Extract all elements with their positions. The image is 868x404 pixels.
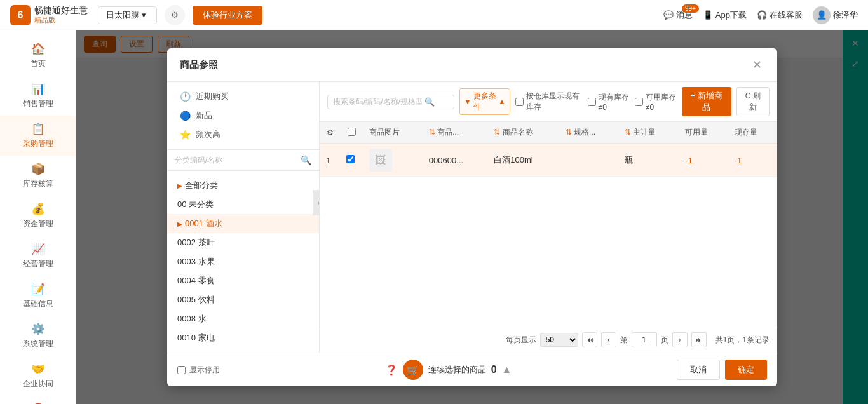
available-stock-filter[interactable]: 现有库存≠0 bbox=[588, 92, 630, 112]
user-menu[interactable]: 👤 徐泽华 bbox=[813, 6, 858, 24]
add-product-button[interactable]: + 新增商品 bbox=[682, 87, 731, 116]
page-label: 第 bbox=[620, 335, 628, 346]
main-layout: 🏠 首页 📊 销售管理 📋 采购管理 📦 库存核算 💰 资金管理 📈 经营管理 … bbox=[0, 30, 868, 404]
page-input[interactable] bbox=[632, 332, 657, 347]
collapse-panel-button[interactable]: ‹ bbox=[313, 190, 320, 215]
logo-text: 畅捷通好生意 精品版 bbox=[34, 5, 88, 25]
sidebar-item-purchase[interactable]: 📋 采购管理 bbox=[0, 116, 76, 156]
headset-icon: 🎧 bbox=[757, 10, 767, 20]
modal-container: 商品参照 ✕ 🕐 近期购买 🔵 bbox=[76, 30, 868, 404]
cart-label: 连续选择的商品 bbox=[428, 364, 486, 375]
usable-stock-filter[interactable]: 可用库存≠0 bbox=[635, 92, 677, 112]
category-0010[interactable]: 0010 家电 bbox=[167, 328, 319, 347]
modal-close-button[interactable]: ✕ bbox=[749, 57, 764, 72]
category-0008[interactable]: 0008 水 bbox=[167, 309, 319, 328]
sidebar: 🏠 首页 📊 销售管理 📋 采购管理 📦 库存核算 💰 资金管理 📈 经营管理 … bbox=[0, 30, 76, 404]
modal-right-panel: 🔍 ▼ 更多条件 ▲ 按仓库显示现有库存 bbox=[320, 82, 777, 353]
sidebar-item-operations[interactable]: 📈 经营管理 bbox=[0, 236, 76, 276]
row-checkbox[interactable] bbox=[346, 155, 355, 163]
category-0004[interactable]: 0004 零食 bbox=[167, 271, 319, 290]
basic-info-icon: 📝 bbox=[31, 282, 45, 296]
cart-button[interactable]: 🛒 bbox=[403, 360, 423, 380]
sidebar-item-sales[interactable]: 📊 销售管理 bbox=[0, 76, 76, 116]
category-all[interactable]: ▶ 全部分类 bbox=[167, 176, 319, 195]
category-00[interactable]: 00 未分类 bbox=[167, 195, 319, 214]
refresh-button[interactable]: C 刷新 bbox=[736, 87, 770, 116]
try-industry-button[interactable]: 体验行业方案 bbox=[193, 6, 262, 25]
mobile-icon: 📱 bbox=[703, 10, 713, 20]
sidebar-label-basic-info: 基础信息 bbox=[23, 299, 53, 309]
logo-icon: 6 bbox=[10, 5, 31, 25]
system-icon: ⚙️ bbox=[31, 322, 45, 336]
product-table: ⚙ 商品图片 ⇅ bbox=[320, 122, 777, 327]
sidebar-item-enterprise[interactable]: 🤝 企业协同 bbox=[0, 356, 76, 396]
category-search: 🔍 bbox=[167, 150, 319, 171]
category-0001[interactable]: ▶ 0001 酒水 bbox=[167, 214, 319, 233]
col-available: 可用量 bbox=[679, 122, 728, 144]
online-service-button[interactable]: 🎧 在线客服 bbox=[757, 10, 803, 21]
product-data-table: ⚙ 商品图片 ⇅ bbox=[320, 122, 777, 177]
operations-icon: 📈 bbox=[31, 242, 45, 256]
product-thumbnail: 🖼 bbox=[369, 149, 392, 172]
warehouse-stock-checkbox[interactable] bbox=[515, 98, 524, 106]
cart-collapse-icon[interactable]: ▲ bbox=[502, 364, 512, 375]
sort-name-icon[interactable]: ⇅ bbox=[494, 128, 500, 137]
table-row[interactable]: 1 🖼 000600... bbox=[320, 144, 777, 177]
confirm-button[interactable]: 确定 bbox=[725, 360, 767, 380]
sidebar-item-home[interactable]: 🏠 首页 bbox=[0, 36, 76, 76]
footer-buttons: 取消 确定 bbox=[677, 360, 767, 380]
show-disabled-checkbox[interactable]: 显示停用 bbox=[177, 365, 220, 375]
branch-dropdown[interactable]: 日太阳膜 ▾ bbox=[98, 6, 157, 24]
sidebar-item-basic-info[interactable]: 📝 基础信息 bbox=[0, 276, 76, 316]
messages-button[interactable]: 💬 消息 99+ bbox=[663, 10, 693, 21]
row-image-cell: 🖼 bbox=[363, 144, 423, 177]
sidebar-item-system[interactable]: ⚙️ 系统管理 bbox=[0, 316, 76, 356]
col-checkbox bbox=[340, 122, 363, 144]
row-name-cell: 白酒100ml bbox=[487, 144, 559, 177]
enterprise-icon: 🤝 bbox=[31, 362, 45, 376]
modal-footer: 显示停用 ❓ 🛒 连续选择的商品 0 ▲ 取消 确定 bbox=[167, 353, 777, 386]
new-product-filter[interactable]: 🔵 新品 bbox=[175, 106, 311, 125]
help-icon[interactable]: ❓ bbox=[385, 364, 398, 376]
cancel-button[interactable]: 取消 bbox=[677, 360, 720, 380]
next-page-button[interactable]: › bbox=[672, 332, 688, 347]
disabled-checkbox[interactable] bbox=[177, 366, 186, 374]
sort-unit-icon[interactable]: ⇅ bbox=[625, 128, 631, 137]
per-page-select[interactable]: 50 bbox=[540, 333, 578, 347]
select-all-checkbox[interactable] bbox=[348, 128, 356, 136]
product-reference-modal: 商品参照 ✕ 🕐 近期购买 🔵 bbox=[167, 48, 777, 386]
category-search-input[interactable] bbox=[175, 156, 297, 165]
logo: 6 畅捷通好生意 精品版 bbox=[10, 5, 88, 25]
last-page-button[interactable]: ⏭ bbox=[691, 332, 707, 347]
row-stock-cell: -1 bbox=[728, 144, 777, 177]
sidebar-item-finance[interactable]: 💰 资金管理 bbox=[0, 196, 76, 236]
clock-icon: 🕐 bbox=[180, 91, 191, 102]
new-product-label: 新品 bbox=[196, 110, 212, 121]
settings-icon[interactable]: ⚙ bbox=[165, 5, 185, 25]
sales-icon: 📊 bbox=[31, 82, 45, 96]
usable-stock-checkbox[interactable] bbox=[635, 98, 643, 106]
sort-spec-icon[interactable]: ⇅ bbox=[566, 128, 572, 137]
total-info: 共1页，1条记录 bbox=[715, 335, 770, 346]
cart-area: ❓ 🛒 连续选择的商品 0 ▲ bbox=[385, 360, 512, 380]
high-freq-filter[interactable]: ⭐ 频次高 bbox=[175, 125, 311, 144]
sidebar-label-finance: 资金管理 bbox=[23, 219, 53, 229]
available-stock-checkbox[interactable] bbox=[588, 98, 596, 106]
star-icon: ⭐ bbox=[180, 130, 191, 140]
product-search-input[interactable] bbox=[333, 97, 422, 106]
more-filters-button[interactable]: ▼ 更多条件 ▲ bbox=[459, 88, 510, 115]
sidebar-item-inventory[interactable]: 📦 库存核算 bbox=[0, 156, 76, 196]
sort-icon[interactable]: ⇅ bbox=[429, 128, 435, 137]
recent-purchase-filter[interactable]: 🕐 近期购买 bbox=[175, 87, 311, 106]
sidebar-item-guide[interactable]: 🎯 新手引导 bbox=[0, 396, 76, 404]
search-icon[interactable]: 🔍 bbox=[424, 97, 435, 107]
first-page-button[interactable]: ⏮ bbox=[582, 332, 597, 347]
category-0005[interactable]: 0005 饮料 bbox=[167, 290, 319, 309]
category-search-icon[interactable]: 🔍 bbox=[301, 155, 311, 165]
modal-toolbar: 🔍 ▼ 更多条件 ▲ 按仓库显示现有库存 bbox=[320, 82, 777, 122]
category-0002[interactable]: 0002 茶叶 bbox=[167, 233, 319, 252]
app-download-button[interactable]: 📱 App下载 bbox=[703, 10, 747, 21]
warehouse-stock-filter[interactable]: 按仓库显示现有库存 bbox=[515, 91, 583, 112]
prev-page-button[interactable]: ‹ bbox=[601, 332, 616, 347]
category-0003[interactable]: 0003 水果 bbox=[167, 252, 319, 271]
